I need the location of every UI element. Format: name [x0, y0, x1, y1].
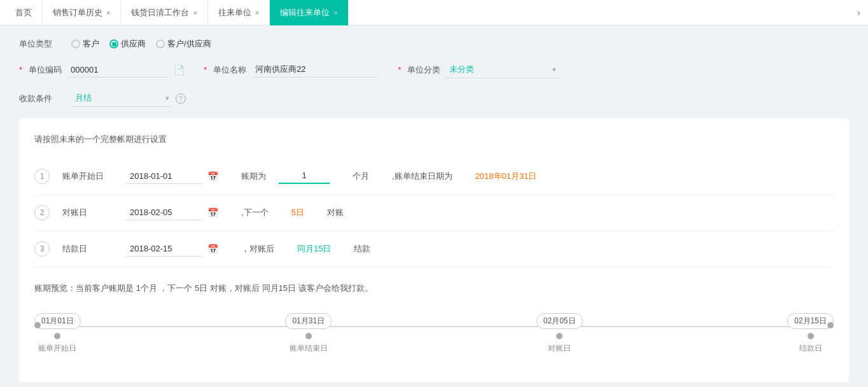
unit-code-input[interactable] [67, 62, 169, 78]
tab-more-button[interactable]: › [850, 7, 868, 18]
help-icon[interactable]: ? [176, 94, 186, 104]
tab-home[interactable]: 首页 [5, 0, 43, 25]
step-2-desc-after: 对账 [327, 207, 344, 218]
radio-customer-label: 客户 [83, 38, 99, 50]
step-2-desc-highlight: 5日 [291, 207, 304, 218]
unit-category-label: 单位分类 [407, 64, 440, 76]
tab-sales-history-label: 销售订单历史 [53, 7, 102, 18]
unit-code-label: 单位编码 [29, 64, 62, 76]
unit-name-input[interactable] [251, 62, 379, 78]
step-1-period-unit: 个月 [353, 171, 369, 182]
timeline-points: 01月01日 账单开始日 01月31日 账单结束日 02月05日 [34, 313, 834, 354]
tab-home-label: 首页 [15, 7, 32, 18]
main-content: 单位类型 客户 供应商 客户/供应商 * 单位编码 📄 * 单位名称 [0, 25, 868, 387]
unit-category-value: 未分类 [449, 64, 550, 75]
preview-mid2: 对账，对账后 [210, 283, 260, 293]
timeline-point-2: 01月31日 账单结束日 [285, 313, 332, 354]
unit-code-icon[interactable]: 📄 [174, 65, 185, 75]
step-2-row: 2 对账日 📅 ,下一个 5日 对账 [34, 195, 834, 231]
tab-edit-partner[interactable]: 编辑往来单位 × [270, 0, 348, 25]
tab-sales-history[interactable]: 销售订单历史 × [43, 0, 121, 25]
payment-terms-label: 收款条件 [19, 93, 52, 104]
step-3-desc-before: ，对账后 [241, 243, 274, 255]
unit-category-select[interactable]: 未分类 ▾ [445, 61, 560, 78]
step-2-label: 对账日 [62, 207, 113, 218]
card-instruction: 请按照未来的一个完整帐期进行设置 [34, 134, 834, 145]
preview-mid1: ，下一个 [159, 283, 192, 293]
step-1-period-input[interactable] [279, 168, 330, 184]
step-3-cal-icon[interactable]: 📅 [207, 244, 218, 254]
payment-terms-row: 收款条件 月结 ▾ ? [19, 90, 849, 107]
settings-card: 请按照未来的一个完整帐期进行设置 1 账单开始日 📅 账期为 个月 ,账单结束日… [19, 118, 849, 382]
step-1-date-input[interactable] [126, 169, 202, 184]
tab-partner-label: 往来单位 [218, 7, 251, 18]
timeline-start-dot [34, 322, 41, 328]
preview-highlight1: 1个月 [136, 283, 157, 293]
radio-supplier-circle [109, 39, 118, 48]
tab-edit-partner-label: 编辑往来单位 [280, 7, 330, 18]
step-2-date-input[interactable] [126, 205, 202, 220]
timeline-dot-1 [54, 333, 60, 339]
unit-category-arrow: ▾ [552, 66, 556, 74]
radio-both[interactable]: 客户/供应商 [156, 38, 211, 50]
step-1-num: 1 [34, 169, 50, 184]
unit-type-radio-group: 客户 供应商 客户/供应商 [71, 38, 211, 50]
unit-name-label: 单位名称 [213, 64, 246, 76]
timeline-label-3: 对账日 [548, 343, 571, 354]
tab-sales-history-close[interactable]: × [106, 9, 110, 17]
step-3-date-input[interactable] [126, 241, 202, 257]
preview-highlight2: 5日 [195, 283, 207, 293]
timeline-badge-2: 01月31日 [285, 313, 332, 329]
radio-customer-circle [71, 39, 80, 48]
unit-type-label: 单位类型 [19, 38, 52, 50]
payment-terms-arrow: ▾ [165, 94, 169, 102]
preview-suffix: 该客户会给我打款。 [298, 283, 373, 293]
tab-edit-partner-close[interactable]: × [333, 9, 337, 17]
radio-supplier[interactable]: 供应商 [109, 38, 146, 50]
step-1-field: 📅 [126, 169, 218, 184]
timeline-wrapper: 01月01日 账单开始日 01月31日 账单结束日 02月05日 [34, 313, 834, 354]
step-2-cal-icon[interactable]: 📅 [207, 208, 218, 218]
tab-partner-close[interactable]: × [255, 9, 259, 17]
preview-section: 账期预览：当前客户账期是 1个月 ，下一个 5日 对账，对账后 同月15日 该客… [34, 283, 834, 294]
step-3-desc-after: 结款 [354, 243, 370, 255]
tab-partner[interactable]: 往来单位 × [208, 0, 270, 25]
timeline-badge-3: 02月05日 [536, 313, 583, 329]
step-1-mid-text: 账期为 [241, 171, 266, 182]
timeline-dot-4 [808, 333, 814, 339]
unit-category-field: * 单位分类 未分类 ▾ [398, 61, 560, 78]
unit-name-star: * [204, 65, 207, 74]
step-1-end-date: 2018年01月31日 [475, 171, 537, 182]
payment-terms-select[interactable]: 月结 ▾ [71, 90, 173, 107]
radio-both-label: 客户/供应商 [167, 38, 211, 50]
unit-type-row: 单位类型 客户 供应商 客户/供应商 [19, 38, 849, 50]
step-3-field: 📅 [126, 241, 218, 257]
step-3-desc-highlight: 同月15日 [297, 243, 331, 255]
unit-name-field: * 单位名称 [204, 62, 379, 78]
timeline-end-dot [827, 322, 834, 328]
radio-supplier-label: 供应商 [121, 38, 146, 50]
step-3-label: 结款日 [62, 243, 113, 255]
radio-both-circle [156, 39, 165, 48]
timeline-label-4: 结款日 [799, 343, 822, 354]
timeline-point-1: 01月01日 账单开始日 [34, 313, 81, 354]
timeline-label-2: 账单结束日 [290, 343, 328, 354]
step-2-num: 2 [34, 205, 50, 220]
tab-cashflow-label: 钱货日清工作台 [131, 7, 189, 18]
radio-customer[interactable]: 客户 [71, 38, 99, 50]
tab-bar: 首页 销售订单历史 × 钱货日清工作台 × 往来单位 × 编辑往来单位 × › [0, 0, 868, 25]
tab-cashflow-close[interactable]: × [193, 9, 197, 17]
unit-code-star: * [19, 65, 22, 74]
step-2-desc-before: ,下一个 [241, 207, 269, 218]
tab-cashflow[interactable]: 钱货日清工作台 × [121, 0, 207, 25]
step-1-cal-icon[interactable]: 📅 [207, 171, 218, 181]
unit-info-row: * 单位编码 📄 * 单位名称 * 单位分类 未分类 ▾ [19, 61, 849, 78]
timeline-point-4: 02月15日 结款日 [787, 313, 834, 354]
step-3-row: 3 结款日 📅 ，对账后 同月15日 结款 [34, 231, 834, 267]
preview-highlight3: 同月15日 [262, 283, 296, 293]
timeline-label-1: 账单开始日 [38, 343, 76, 354]
step-2-field: 📅 [126, 205, 218, 220]
step-1-label: 账单开始日 [62, 171, 113, 182]
step-1-row: 1 账单开始日 📅 账期为 个月 ,账单结束日期为 2018年01月31日 [34, 158, 834, 195]
payment-terms-value: 月结 [75, 92, 163, 104]
